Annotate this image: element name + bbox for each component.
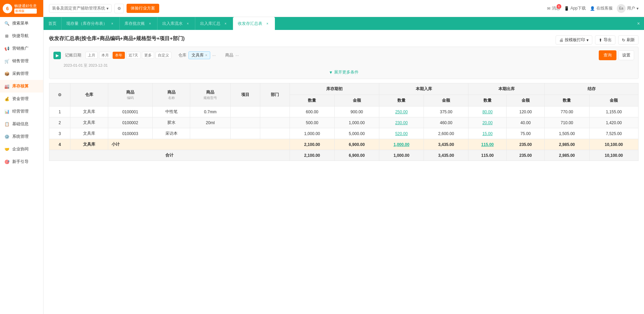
subtotal-in-qty[interactable]: 1,000.00 <box>379 139 424 150</box>
row-in-qty[interactable]: 520.00 <box>379 128 424 139</box>
row-out-qty[interactable]: 20.00 <box>468 117 507 128</box>
query-button[interactable]: 查询 <box>599 50 616 60</box>
row-project <box>230 106 260 117</box>
col-closing-qty-header: 数量 <box>545 95 589 106</box>
topbar: 装备及固定资产辅助管理系统 ▾ ⚙ 体验行业方案 ✉ 消息 6 📱 App下载 … <box>44 0 644 17</box>
filter-settings-button[interactable]: 设置 <box>618 50 634 60</box>
col-goods-code-header: 商品编码 <box>108 83 152 106</box>
sidebar-item-inventory[interactable]: 🏭 库存核算 <box>0 80 43 93</box>
col-department-header: 部门 <box>260 83 290 106</box>
table-row: 1 文具库 0100001 中性笔 0.7mm 600.00 900.00 25… <box>49 106 639 117</box>
row-seq: 3 <box>49 128 70 139</box>
tab-inout-flow[interactable]: 出入库流水 × <box>158 17 195 30</box>
purchase-icon: 📦 <box>4 71 10 77</box>
tab-recv-send-label: 收发存汇总表 <box>238 21 262 27</box>
date-btn-this-year[interactable]: 本年 <box>113 52 125 59</box>
marketing-icon: 📢 <box>4 46 10 51</box>
col-in-amt-header: 金额 <box>424 95 468 106</box>
filter-toggle-button[interactable]: ▶ <box>53 52 61 59</box>
sidebar-item-basic[interactable]: 📋 基础信息 <box>0 118 43 130</box>
user-menu-button[interactable]: Ea 用户 ▾ <box>617 4 639 13</box>
date-btn-custom[interactable]: 自定义 <box>155 52 171 59</box>
sidebar-item-search[interactable]: 🔍 搜索菜单 <box>0 17 43 30</box>
export-button[interactable]: ⬆ 导出 <box>595 35 615 45</box>
print-button[interactable]: 🖨 按模板打印 ▾ <box>556 35 592 45</box>
tab-inout-summary[interactable]: 出入库汇总 × <box>195 17 233 30</box>
row-in-qty[interactable]: 250.00 <box>379 106 424 117</box>
tab-inventory-dist[interactable]: 现存量（库存分布表） × <box>62 17 120 30</box>
table-settings-icon[interactable]: ⚙ <box>58 93 62 97</box>
row-out-qty[interactable]: 80.00 <box>468 106 507 117</box>
subtotal-warehouse: 文具库 <box>70 139 108 150</box>
table-row: 2 文具库 0100002 胶水 20ml 500.00 1,000.00 23… <box>49 117 639 128</box>
subtotal-in-amt: 3,435.00 <box>424 139 468 150</box>
date-btn-more[interactable]: 更多 <box>142 52 154 59</box>
row-out-amt: 75.00 <box>507 128 545 139</box>
col-settings-header[interactable]: ⚙ <box>49 83 70 106</box>
sidebar-item-operations[interactable]: 📊 经营管理 <box>0 105 43 118</box>
page-header: 收发存汇总表(按仓库+商品编码+商品+规格型号+项目+部门) <box>49 35 639 42</box>
sidebar-item-finance[interactable]: 💰 资金管理 <box>0 93 43 105</box>
close-all-tabs-button[interactable]: × <box>633 21 644 26</box>
tab-inout-summary-close[interactable]: × <box>223 21 228 26</box>
app-download-button[interactable]: 📱 App下载 <box>564 5 586 11</box>
sidebar-item-label-inventory: 库存核算 <box>12 83 29 89</box>
tab-home[interactable]: 首页 <box>44 17 62 30</box>
sidebar-item-purchase[interactable]: 📦 采购管理 <box>0 67 43 80</box>
date-btn-this-month[interactable]: 本月 <box>99 52 111 59</box>
guide-icon: 🎯 <box>4 159 10 165</box>
tab-recv-send-close[interactable]: × <box>265 21 270 26</box>
dropdown-arrow-icon: ▾ <box>106 6 109 11</box>
trial-button[interactable]: 体验行业方案 <box>127 4 159 13</box>
refresh-button[interactable]: ↻ 刷新 <box>618 35 639 45</box>
expand-more-button[interactable]: ▼ 展开更多条件 <box>53 69 634 75</box>
row-department <box>260 117 290 128</box>
app-logo: 6 畅捷通好生意 标准版 <box>0 0 43 17</box>
warehouse-more-button[interactable]: ··· <box>212 53 216 58</box>
subtotal-seq: 4 <box>49 139 70 150</box>
tab-recv-send[interactable]: 收发存汇总表 × <box>233 17 275 30</box>
row-out-qty[interactable]: 15.00 <box>468 128 507 139</box>
total-in-qty: 1,000.00 <box>379 150 424 161</box>
tab-batch-close[interactable]: × <box>148 21 152 26</box>
print-label: 按模板打印 <box>565 37 585 43</box>
date-range-text: 2023-01-01 至 2023-12-31 <box>64 63 108 67</box>
goods-label: 商品 <box>225 52 233 58</box>
sidebar-item-enterprise[interactable]: 🤝 企业协同 <box>0 143 43 155</box>
warehouse-tag: 文具库 × <box>188 51 210 59</box>
tab-batch[interactable]: 库存批次账 × <box>120 17 158 30</box>
online-service-button[interactable]: 👤 在线客服 <box>590 5 613 11</box>
warehouse-tag-remove[interactable]: × <box>205 53 207 57</box>
sidebar-item-label-system: 系统管理 <box>12 134 29 139</box>
tab-inout-flow-close[interactable]: × <box>185 21 190 26</box>
date-filter-buttons: 上月 本月 本年 近7天 更多 自定义 <box>85 52 171 59</box>
sidebar-item-quick[interactable]: ⊞ 快捷导航 <box>0 30 43 42</box>
tab-home-label: 首页 <box>48 21 56 27</box>
tab-inventory-dist-close[interactable]: × <box>110 21 115 26</box>
sidebar-item-marketing[interactable]: 📢 营销推广 <box>0 42 43 55</box>
col-opening-amt-header: 金额 <box>334 95 379 106</box>
topbar-settings-button[interactable]: ⚙ <box>114 4 124 13</box>
sidebar-item-label-basic: 基础信息 <box>12 121 29 127</box>
logo-text: 畅捷通好生意 <box>14 3 37 8</box>
row-in-qty[interactable]: 230.00 <box>379 117 424 128</box>
message-button[interactable]: ✉ 消息 6 <box>547 5 560 11</box>
goods-more-button[interactable]: ··· <box>235 53 239 58</box>
col-in-header: 本期入库 <box>379 83 468 95</box>
sidebar-item-sales[interactable]: 🛒 销售管理 <box>0 55 43 67</box>
sidebar-item-guide[interactable]: 🎯 新手引导 <box>0 155 43 168</box>
tab-inout-flow-label: 出入库流水 <box>162 21 183 27</box>
date-btn-7days[interactable]: 近7天 <box>126 52 141 59</box>
sales-icon: 🛒 <box>4 59 10 64</box>
col-closing-amt-header: 金额 <box>589 95 638 106</box>
sidebar-item-label-enterprise: 企业协同 <box>12 146 29 152</box>
system-title-dropdown[interactable]: 装备及固定资产辅助管理系统 ▾ <box>49 4 112 13</box>
date-btn-last-month[interactable]: 上月 <box>85 52 98 59</box>
sidebar-item-system[interactable]: ⚙️ 系统管理 <box>0 130 43 143</box>
tab-inventory-dist-label: 现存量（库存分布表） <box>66 21 107 27</box>
sidebar-nav: 🔍 搜索菜单 ⊞ 快捷导航 📢 营销推广 🛒 销售管理 📦 采购管理 🏭 库存核… <box>0 17 43 314</box>
subtotal-label: 小计 <box>108 139 290 150</box>
subtotal-out-qty[interactable]: 115.00 <box>468 139 507 150</box>
tab-bar: 首页 现存量（库存分布表） × 库存批次账 × 出入库流水 × 出入库汇总 × … <box>44 17 644 30</box>
row-goods-name: 中性笔 <box>152 106 190 117</box>
